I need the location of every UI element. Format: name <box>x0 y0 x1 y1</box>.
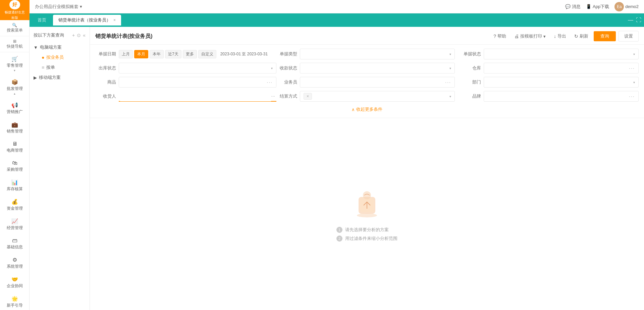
help-icon: ? <box>493 34 496 39</box>
app-download-label: App下载 <box>593 4 609 10</box>
tree-item-byorder-label: 按单 <box>46 64 55 70</box>
sidebar-item-ecommerce[interactable]: 🖥 电商管理 <box>0 138 29 157</box>
consignee-input[interactable] <box>120 91 271 101</box>
tab-home[interactable]: 首页 <box>32 15 52 25</box>
date-btn-more[interactable]: 更多 <box>183 50 197 58</box>
svg-point-3 <box>363 191 371 199</box>
filter-doctype-cell: 单据类型 ▾ <box>276 49 455 59</box>
sidebar-item-newbie[interactable]: 🌟 新手引导 <box>0 292 29 310</box>
salesman-select[interactable]: ··· <box>300 77 455 88</box>
tab-sales-stat[interactable]: 销货单统计表（按业务员） × <box>53 15 121 25</box>
add-scheme-icon[interactable]: + <box>72 33 75 38</box>
doctype-label: 单据类型 <box>276 51 300 57</box>
tree-item-byorder-icon: ≡ <box>42 65 44 70</box>
sidebar-item-finance[interactable]: 💰 资金管理 <box>0 195 29 215</box>
breadcrumb-text: 办公用品行业模拟账套 <box>35 4 78 10</box>
docstatus-label: 单据状态 <box>460 51 484 57</box>
outstatus-select[interactable]: ▾ <box>119 63 276 73</box>
tree-desktop-children: ● 按业务员 ≡ 按单 <box>30 52 90 72</box>
date-btn-this-month[interactable]: 本月 <box>134 50 148 58</box>
quicknav-icon: ⊞ <box>0 39 29 44</box>
sales-label: 销售管理 <box>7 128 23 134</box>
finance-icon: 💰 <box>11 199 18 205</box>
settlement-label: 结算方式 <box>276 93 300 99</box>
tree-item-byorder[interactable]: ≡ 按单 <box>38 62 90 72</box>
left-panel-title: 按以下方案查询 <box>34 32 64 38</box>
collapse-btn[interactable]: ∧ 收起更多条件 <box>346 105 388 114</box>
sidebar-search[interactable]: 🔍 搜索菜单 <box>0 20 29 36</box>
settings-button[interactable]: 设置 <box>619 31 639 42</box>
base-icon: 🗃 <box>12 238 17 244</box>
warehouse-select[interactable]: ··· <box>484 63 639 73</box>
collapse-panel-icon[interactable]: « <box>83 33 86 38</box>
message-btn[interactable]: 💬 消息 <box>565 4 581 10</box>
logo-text: 畅捷通好生意 <box>5 10 25 15</box>
template-print-btn[interactable]: 🖨 按模板打印 ▾ <box>512 32 548 41</box>
wholesale-arrow: ▲ <box>13 92 16 95</box>
paystatus-arrow: ▾ <box>449 66 451 70</box>
app-download-btn[interactable]: 📱 App下载 <box>586 4 609 10</box>
logo-subtitle: 标版 <box>11 15 18 20</box>
docstatus-select[interactable]: ▾ <box>484 49 639 59</box>
user-avatar-btn[interactable]: Ea demo2 <box>614 2 639 11</box>
settlement-select[interactable]: × ▾ <box>300 91 455 102</box>
filter-area: 单据日期 上月 本月 本年 近7天 更多 自定义 2023-03-01 至 20… <box>90 45 644 118</box>
sidebar-item-marketing[interactable]: 📢 营销推广 <box>0 99 29 118</box>
empty-tip-1: 1 请先选择要分析的方案 <box>336 227 397 233</box>
date-btn-7days[interactable]: 近7天 <box>165 50 181 58</box>
refresh-btn[interactable]: ↻ 刷新 <box>572 32 591 41</box>
tab-maximize-icon[interactable]: ⛶ <box>636 17 641 23</box>
sidebar-quicknav[interactable]: ⊞ 快捷导航 <box>0 36 29 52</box>
goods-select[interactable]: ··· <box>119 77 276 88</box>
filter-date-cell: 单据日期 上月 本月 本年 近7天 更多 自定义 2023-03-01 至 20… <box>95 50 276 58</box>
sidebar-item-sales[interactable]: 💼 销售管理 <box>0 118 29 138</box>
sidebar-item-purchase[interactable]: 🛍 采购管理 <box>0 157 29 176</box>
sidebar-item-operations[interactable]: 📈 经营管理 <box>0 215 29 234</box>
date-btn-custom[interactable]: 自定义 <box>198 50 216 58</box>
filter-brand-cell: 品牌 ··· <box>460 91 639 102</box>
help-btn[interactable]: ? 帮助 <box>491 32 509 41</box>
tree-item-salesman[interactable]: ● 按业务员 <box>38 52 90 62</box>
sidebar-item-corp[interactable]: 🤝 企业协同 <box>0 273 29 292</box>
sidebar-item-retail[interactable]: 🛒 零售管理 ▼ <box>0 52 29 75</box>
tab-close-icon[interactable]: × <box>113 18 116 22</box>
date-range-text: 2023-03-01 至 2023-03-31 <box>220 51 268 57</box>
sidebar-item-base[interactable]: 🗃 基础信息 <box>0 234 29 253</box>
consignee-input-wrap: ··· <box>119 91 276 102</box>
tree-mobile[interactable]: ▶ 移动端方案 <box>30 72 90 83</box>
query-button[interactable]: 查询 <box>594 31 616 41</box>
settlement-tag: × <box>304 93 312 100</box>
brand-select[interactable]: ··· <box>484 91 639 102</box>
paystatus-select[interactable]: ▾ <box>300 63 455 73</box>
date-filter: 上月 本月 本年 近7天 更多 自定义 2023-03-01 至 2023-03… <box>119 50 268 58</box>
collapse-label: 收起更多条件 <box>356 106 382 112</box>
sidebar-search-label: 搜索菜单 <box>0 28 29 33</box>
copy-scheme-icon[interactable]: ⊙ <box>77 33 81 38</box>
app-download-icon: 📱 <box>586 4 591 9</box>
dept-select[interactable]: ▾ <box>484 77 639 88</box>
export-btn[interactable]: ↓ 导出 <box>551 32 569 41</box>
doctype-select[interactable]: ▾ <box>300 49 455 59</box>
purchase-label: 采购管理 <box>7 167 23 172</box>
tree-desktop[interactable]: ▼ 电脑端方案 <box>30 42 90 52</box>
date-btn-last-month[interactable]: 上月 <box>119 50 133 58</box>
sidebar-item-wholesale[interactable]: 📦 批发管理 ▲ <box>0 75 29 99</box>
filter-row-3: 商品 ··· 业务员 ··· 部门 <box>95 77 639 88</box>
inventory-label: 库存核算 <box>7 186 23 192</box>
tab-minimize-icon[interactable]: — <box>628 17 633 23</box>
refresh-label: 刷新 <box>580 33 588 39</box>
consignee-dots: ··· <box>271 93 275 99</box>
settlement-tag-close[interactable]: × <box>307 94 309 99</box>
tip-num-1: 1 <box>336 227 342 233</box>
left-panel: 按以下方案查询 + ⊙ « ▼ 电脑端方案 ● 按业务员 <box>30 27 90 310</box>
sidebar-item-inventory[interactable]: 📊 库存核算 <box>0 176 29 195</box>
sidebar-item-system[interactable]: ⚙ 系统管理 <box>0 253 29 273</box>
finance-label: 资金管理 <box>7 206 23 211</box>
filter-row-4: 收货人 ··· 结算方式 × ▾ <box>95 91 639 102</box>
newbie-label: 新手引导 <box>7 303 23 308</box>
app-logo[interactable]: 好 畅捷通好生意 标版 <box>0 0 30 20</box>
date-btn-this-year[interactable]: 本年 <box>150 50 164 58</box>
filter-consignee-cell: 收货人 ··· <box>95 91 276 102</box>
breadcrumb-dropdown[interactable]: 办公用品行业模拟账套 ▾ <box>35 4 82 10</box>
tree-mobile-arrow: ▶ <box>34 75 37 80</box>
